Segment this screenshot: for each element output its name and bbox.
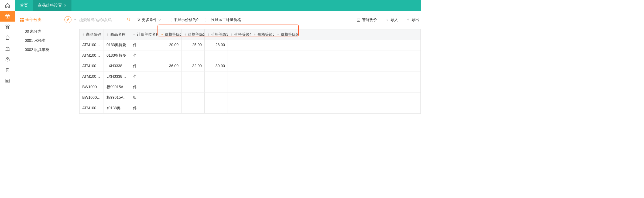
column-label: 计量单位名称 [137, 32, 158, 37]
cell-p5[interactable] [251, 82, 274, 92]
cell-p6[interactable] [274, 82, 298, 92]
cell-p3[interactable] [205, 50, 228, 61]
cell-p2[interactable] [181, 93, 205, 103]
cell-p3[interactable] [205, 82, 228, 92]
category-item[interactable]: 00 未分类 [25, 27, 75, 36]
column-header-code[interactable]: ▲▼商品编码 [80, 29, 104, 40]
tab-home[interactable]: 首页 [15, 0, 33, 11]
cell-p6[interactable] [274, 93, 298, 103]
column-label: 价格等级2 [188, 32, 205, 37]
cell-name: 板99015A... [104, 82, 130, 92]
export-button[interactable]: 导出 [406, 18, 419, 22]
table-row[interactable]: BW100001板99015A...板 [80, 93, 420, 103]
cell-p1[interactable]: 20.00 [158, 40, 181, 50]
cell-p6[interactable] [274, 103, 298, 113]
nav-buildings[interactable] [0, 43, 15, 54]
cell-p3[interactable] [205, 103, 228, 113]
search-input[interactable] [79, 18, 126, 22]
column-header-p4[interactable]: ▲▼价格等级4 [228, 29, 251, 40]
cell-p3[interactable]: 30.00 [205, 61, 228, 71]
nav-bag[interactable] [0, 32, 15, 43]
cell-code: ATM100028 [80, 50, 104, 61]
category-item[interactable]: 0002 玩具车类 [25, 45, 75, 54]
cell-p4[interactable] [228, 40, 251, 50]
cell-p4[interactable] [228, 103, 251, 113]
cell-p2[interactable]: 25.00 [181, 40, 205, 50]
cell-p4[interactable] [228, 50, 251, 61]
nav-clipboard[interactable] [0, 65, 15, 76]
cell-code: ATM100101 [80, 61, 104, 71]
cell-p4[interactable] [228, 82, 251, 92]
cell-p2[interactable] [181, 82, 205, 92]
cell-p1[interactable] [158, 82, 181, 92]
nav-home[interactable] [0, 0, 15, 11]
checkbox-box [168, 18, 172, 22]
search-icon[interactable] [126, 17, 131, 22]
cell-p4[interactable] [228, 61, 251, 71]
table-row[interactable]: ATM100101LXH33387...件36.0032.0030.00 [80, 61, 420, 71]
cell-unit: 件 [130, 40, 158, 50]
cell-p3[interactable] [205, 93, 228, 103]
nav-contacts[interactable] [0, 76, 15, 86]
cell-p6[interactable] [274, 61, 298, 71]
column-header-p3[interactable]: ▲▼价格等级3 [205, 29, 228, 40]
nav-shirt[interactable]: $ [0, 22, 15, 32]
cell-p3[interactable]: 28.00 [205, 40, 228, 50]
table-row[interactable]: BW100001板99015A...件 [80, 82, 420, 93]
more-conditions-button[interactable]: 更多条件 [137, 18, 161, 22]
smart-edit-button[interactable]: 智能改价 [357, 18, 377, 22]
cell-p2[interactable] [181, 50, 205, 61]
cell-p4[interactable] [228, 93, 251, 103]
tab-price-settings[interactable]: 商品价格设置 ✕ [33, 0, 71, 11]
close-icon[interactable]: ✕ [64, 4, 67, 8]
cell-p1[interactable] [158, 50, 181, 61]
cell-p1[interactable]: 36.00 [158, 61, 181, 71]
cell-p4[interactable] [228, 71, 251, 82]
nav-money[interactable]: ¥ [0, 54, 15, 65]
table-row[interactable]: ATM1000280133奥特曼件20.0025.0028.00 [80, 40, 420, 50]
table-row[interactable]: ATM100101LXH33387...个 [80, 71, 420, 82]
column-header-name[interactable]: ▲▼商品名称 [104, 29, 130, 40]
cell-p5[interactable] [251, 93, 274, 103]
cell-p6[interactable] [274, 50, 298, 61]
category-panel: 全部分类 00 未分类 0001 水枪类 0002 玩具车类 [19, 15, 75, 129]
grid-icon [20, 18, 24, 22]
only-main-unit-checkbox[interactable]: 只显示主计量价格 [205, 18, 241, 22]
search-box[interactable] [79, 17, 131, 23]
nav-products[interactable] [0, 11, 15, 22]
grid-header: ▲▼商品编码▲▼商品名称▲▼计量单位名称▲▼价格等级1▲▼价格等级2▲▼价格等级… [80, 29, 420, 40]
table-row[interactable]: ATM100006↑0138奥...件 [80, 103, 420, 114]
cell-p3[interactable] [205, 71, 228, 82]
cell-p5[interactable] [251, 71, 274, 82]
cell-p1[interactable] [158, 93, 181, 103]
gift-icon [5, 13, 10, 19]
cell-p5[interactable] [251, 40, 274, 50]
vertical-nav: $ ¥ [0, 0, 15, 129]
column-header-p1[interactable]: ▲▼价格等级1 [158, 29, 181, 40]
cell-p5[interactable] [251, 61, 274, 71]
cell-p5[interactable] [251, 103, 274, 113]
collapse-sidebar-button[interactable] [73, 16, 78, 23]
edit-icon [357, 18, 361, 22]
hide-zero-checkbox[interactable]: 不显示价格为0 [168, 18, 198, 22]
column-header-p6[interactable]: ▲▼价格等级6 [274, 29, 298, 40]
column-header-p2[interactable]: ▲▼价格等级2 [181, 29, 205, 40]
svg-point-7 [6, 80, 8, 81]
cell-code: BW100001 [80, 82, 104, 92]
cell-p1[interactable] [158, 71, 181, 82]
cell-p2[interactable]: 32.00 [181, 61, 205, 71]
cell-p6[interactable] [274, 71, 298, 82]
cell-p6[interactable] [274, 40, 298, 50]
category-title[interactable]: 全部分类 [20, 17, 42, 22]
column-label: 商品名称 [110, 32, 125, 37]
cell-p5[interactable] [251, 50, 274, 61]
category-edit-button[interactable] [64, 16, 71, 23]
import-button[interactable]: 导入 [385, 18, 398, 22]
table-row[interactable]: ATM1000280133奥特曼个 [80, 50, 420, 61]
cell-p2[interactable] [181, 103, 205, 113]
cell-p2[interactable] [181, 71, 205, 82]
column-header-p5[interactable]: ▲▼价格等级5 [251, 29, 274, 40]
column-header-unit[interactable]: ▲▼计量单位名称 [130, 29, 158, 40]
cell-p1[interactable] [158, 103, 181, 113]
category-item[interactable]: 0001 水枪类 [25, 36, 75, 45]
